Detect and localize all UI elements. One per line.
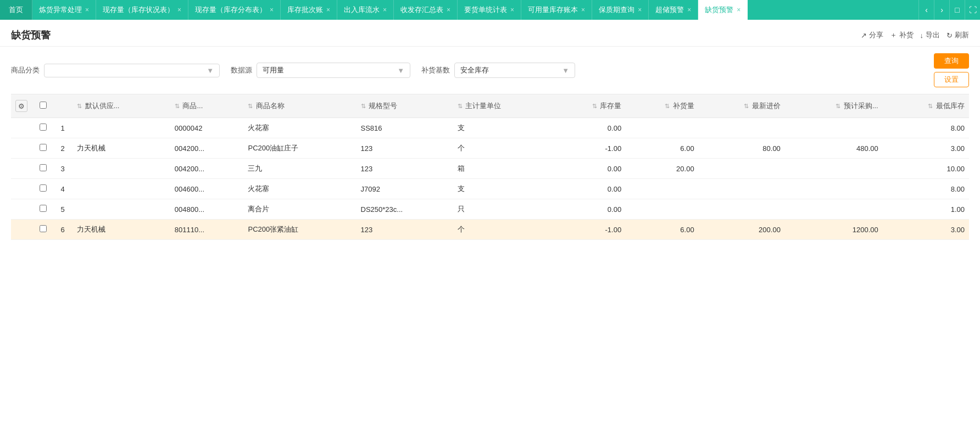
query-button[interactable]: 查询 [934,53,969,69]
row-est-purchase [785,199,883,220]
row-unit: 个 [453,220,553,240]
row-checkbox-2[interactable] [40,164,47,171]
tab-home[interactable]: 首页 [0,0,32,20]
tab-close-1[interactable]: × [85,6,89,14]
refresh-button[interactable]: ↻ 刷新 [946,30,969,40]
row-goods-name: 三九 [243,159,356,179]
row-num: 6 [53,220,73,240]
sort-icon-spec: ⇅ [361,103,366,109]
tab-5[interactable]: 出入库流水 × [337,0,394,20]
row-replenish-qty [626,179,698,199]
table-row: 3 004200... 三九 123 箱 0.00 20.00 10.00 [11,159,969,179]
row-checkbox-3[interactable] [40,184,47,192]
replenish-icon: ＋ [890,30,897,40]
datasource-dropdown-icon: ▼ [397,66,404,75]
tab-close-7[interactable]: × [510,6,514,14]
datasource-label: 数据源 [231,65,252,75]
tab-4[interactable]: 库存批次账 × [281,0,337,20]
row-checkbox-4[interactable] [40,205,47,212]
tab-close-6[interactable]: × [447,6,450,14]
row-est-purchase [785,118,883,138]
row-goods-code: 004200... [170,138,244,159]
col-num [53,94,73,118]
tab-close-3[interactable]: × [270,6,274,14]
tab-6[interactable]: 收发存汇总表 × [394,0,458,20]
row-checkbox-0[interactable] [40,124,47,131]
row-checkbox-5[interactable] [40,225,47,232]
replenish-base-select-value: 安全库存 [460,65,489,75]
row-est-purchase: 1200.00 [785,220,883,240]
sort-icon-supplier: ⇅ [77,103,82,109]
table-row: 2 力天机械 004200... PC200油缸庄子 123 个 -1.00 6… [11,138,969,159]
row-replenish-qty [626,199,698,220]
tab-close-11[interactable]: × [737,6,740,14]
row-replenish-qty: 20.00 [626,159,698,179]
tab-fullscreen-button[interactable]: ⛶ [965,0,980,20]
row-settings [11,159,33,179]
row-supplier [73,199,170,220]
tab-next-button[interactable]: › [934,0,949,20]
datasource-select[interactable]: 可用量 ▼ [257,63,410,78]
tab-10[interactable]: 超储预警 × [649,0,698,20]
row-min-stock: 3.00 [883,220,969,240]
row-min-stock: 8.00 [883,118,969,138]
row-spec: SS816 [357,118,453,138]
row-checkbox-cell [33,179,53,199]
tab-9[interactable]: 保质期查询 × [592,0,649,20]
col-unit: ⇅ 主计量单位 [453,94,553,118]
tab-close-4[interactable]: × [326,6,330,14]
row-spec: 123 [357,220,453,240]
tab-7[interactable]: 要货单统计表 × [458,0,521,20]
tab-close-10[interactable]: × [687,6,691,14]
replenish-base-dropdown-icon: ▼ [562,66,569,75]
row-supplier: 力天机械 [73,138,170,159]
sort-icon-est-purchase: ⇅ [836,103,840,109]
row-checkbox-cell [33,220,53,240]
tab-close-5[interactable]: × [383,6,387,14]
replenish-button[interactable]: ＋ 补货 [890,30,914,40]
export-button[interactable]: ↓ 导出 [920,30,940,40]
table-header: ⚙ ⇅ 默认供应... ⇅ 商品... ⇅ [11,94,969,118]
row-goods-code: 004600... [170,179,244,199]
tab-prev-button[interactable]: ‹ [918,0,934,20]
row-min-stock: 3.00 [883,138,969,159]
tab-8[interactable]: 可用量库存账本 × [521,0,592,20]
col-goods-code: ⇅ 商品... [170,94,244,118]
export-icon: ↓ [920,31,924,40]
tab-close-2[interactable]: × [177,6,181,14]
column-settings-icon[interactable]: ⚙ [15,100,27,112]
table-row: 6 力天机械 801110... PC200张紧油缸 123 个 -1.00 6… [11,220,969,240]
col-replenish-qty: ⇅ 补货量 [626,94,698,118]
row-settings [11,138,33,159]
row-spec: J7092 [357,179,453,199]
tab-1[interactable]: 炼货异常处理 × [32,0,96,20]
category-filter: 商品分类 ▼ [11,64,220,77]
tab-2[interactable]: 现存量（库存状况表） × [96,0,188,20]
tab-11-active[interactable]: 缺货预警 × [698,0,748,20]
row-min-stock: 10.00 [883,159,969,179]
tab-window-button[interactable]: □ [949,0,965,20]
tab-3[interactable]: 现存量（库存分布表） × [188,0,281,20]
row-checkbox-1[interactable] [40,144,47,151]
tab-close-9[interactable]: × [638,6,642,14]
row-num: 5 [53,199,73,220]
row-num: 1 [53,118,73,138]
row-min-stock: 1.00 [883,199,969,220]
setting-button[interactable]: 设置 [934,72,969,87]
row-settings [11,118,33,138]
select-all-checkbox[interactable] [40,102,47,109]
row-unit: 支 [453,179,553,199]
share-button[interactable]: ↗ 分享 [861,30,883,40]
row-spec: DS250*23c... [357,199,453,220]
category-select[interactable]: ▼ [44,64,220,77]
filter-bar: 商品分类 ▼ 数据源 可用量 ▼ 补货基数 安全库存 ▼ 查询 设置 [0,47,980,94]
row-supplier: 力天机械 [73,220,170,240]
row-settings [11,179,33,199]
row-goods-code: 801110... [170,220,244,240]
sort-icon-stock: ⇅ [592,103,597,109]
sort-icon-replenish-qty: ⇅ [665,103,670,109]
row-num: 4 [53,179,73,199]
replenish-base-select[interactable]: 安全库存 ▼ [454,63,575,78]
row-stock: -1.00 [553,220,626,240]
tab-close-8[interactable]: × [581,6,585,14]
